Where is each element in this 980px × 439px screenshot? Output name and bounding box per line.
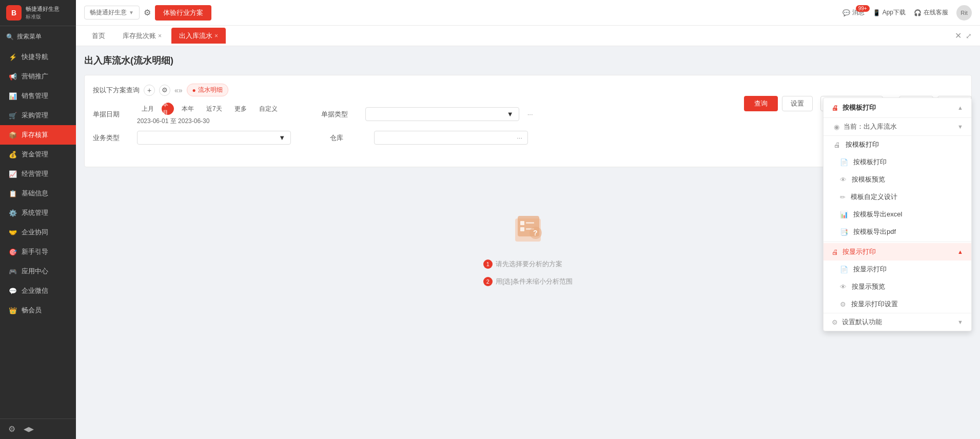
filter-collapse-icon[interactable]: «» bbox=[174, 86, 183, 94]
empty-step-2: 2 用[选]条件来缩小分析范围 bbox=[483, 275, 573, 288]
sidebar-item-purchase[interactable]: 🛒 采购管理 bbox=[0, 106, 76, 125]
collapse-sidebar-btn[interactable]: ◀▶ bbox=[24, 425, 34, 433]
step-2-text: 用[选]条件来缩小分析范围 bbox=[496, 275, 573, 288]
display-print-chevron-up[interactable]: ▲ bbox=[957, 249, 963, 255]
sidebar-item-wechat[interactable]: 💬 企业微信 bbox=[0, 281, 76, 301]
quick-nav-icon: ⚡ bbox=[8, 52, 17, 62]
print-dropdown-panel: 🖨 按模板打印 ▲ ◉ 当前：出入库流水 ▼ 🖨 bbox=[823, 97, 972, 331]
sidebar-item-finance[interactable]: 💰 资金管理 bbox=[0, 145, 76, 164]
settings-bottom-icon[interactable]: ⚙ bbox=[8, 424, 15, 434]
template-export-pdf-item[interactable]: 📑 按模板导出pdf bbox=[824, 223, 971, 241]
display-print-label: 按显示打印 bbox=[853, 265, 887, 274]
svg-rect-4 bbox=[520, 227, 524, 231]
sidebar-item-app-center[interactable]: 🎮 应用中心 bbox=[0, 262, 76, 281]
warehouse-select[interactable]: ··· bbox=[374, 131, 528, 145]
sidebar-search-area[interactable]: 🔍 搜索菜单 bbox=[0, 26, 76, 47]
tab-batch-account-close[interactable]: × bbox=[158, 32, 162, 39]
topbar-gear-icon[interactable]: ⚙ bbox=[144, 8, 151, 17]
tabs-close-all-btn[interactable]: ✕ bbox=[955, 31, 962, 41]
template-custom-item[interactable]: ✏ 模板自定义设计 bbox=[824, 188, 971, 206]
template-print-section-header[interactable]: 🖨 按模板打印 bbox=[824, 136, 971, 153]
tab-batch-account[interactable]: 库存批次账 × bbox=[115, 28, 169, 44]
shortcut-this-year[interactable]: 本年 bbox=[177, 103, 199, 115]
sidebar-item-operations[interactable]: 📈 经营管理 bbox=[0, 164, 76, 184]
dropdown-header-chevron-up[interactable]: ▲ bbox=[957, 105, 963, 111]
doc-type-select[interactable]: ▼ bbox=[365, 107, 519, 121]
sidebar-item-label: 库存核算 bbox=[22, 130, 48, 139]
main-area: 畅捷通好生意 ▼ ⚙ 体验行业方案 💬 消息 99+ 📱 App下载 🎧 在线客… bbox=[76, 0, 980, 439]
query-btn[interactable]: 查询 bbox=[744, 96, 778, 111]
biz-type-select[interactable]: ▼ bbox=[137, 131, 291, 145]
shortcut-custom[interactable]: 自定义 bbox=[254, 103, 282, 115]
current-chevron-down[interactable]: ▼ bbox=[957, 124, 963, 130]
sidebar-item-guide[interactable]: 🎯 新手引导 bbox=[0, 242, 76, 262]
display-preview-item[interactable]: 👁 按显示预览 bbox=[824, 278, 971, 295]
sidebar-item-inventory[interactable]: 📦 库存核算 bbox=[0, 125, 76, 145]
display-settings-icon: ⚙ bbox=[840, 301, 846, 308]
shortcut-this-month[interactable]: 本月 bbox=[162, 103, 174, 115]
tab-inout-flow[interactable]: 出入库流水 × bbox=[171, 28, 226, 44]
message-btn[interactable]: 💬 消息 99+ bbox=[842, 8, 865, 17]
display-preview-icon: 👁 bbox=[840, 283, 847, 291]
sidebar-item-collab[interactable]: 🤝 企业协同 bbox=[0, 223, 76, 242]
warehouse-label: 仓库 bbox=[330, 133, 366, 143]
filter-header: 按以下方案查询 + ⚙ «» ● 流水明细 bbox=[93, 84, 963, 96]
filter-add-btn[interactable]: + bbox=[144, 85, 155, 96]
shortcut-more[interactable]: 更多 bbox=[230, 103, 251, 115]
sidebar-item-base[interactable]: 📋 基础信息 bbox=[0, 184, 76, 203]
shortcut-recent-7[interactable]: 近7天 bbox=[202, 103, 227, 115]
shortcut-last-month[interactable]: 上月 bbox=[137, 103, 159, 115]
display-print-section-header[interactable]: 🖨 按显示打印 ▲ bbox=[824, 243, 971, 261]
footer-settings-icon: ⚙ bbox=[832, 318, 838, 326]
user-select-dropdown[interactable]: 畅捷通好生意 ▼ bbox=[84, 6, 140, 19]
settings-btn[interactable]: 设置 bbox=[782, 96, 813, 111]
display-print-item[interactable]: 📄 按显示打印 bbox=[824, 261, 971, 278]
sidebar-item-label: 快捷导航 bbox=[22, 52, 48, 62]
template-export-excel-item[interactable]: 📊 按模板导出excel bbox=[824, 206, 971, 223]
empty-text: 1 请先选择要分析的方案 2 用[选]条件来缩小分析范围 bbox=[483, 257, 573, 288]
app-download-btn[interactable]: 📱 App下载 bbox=[873, 8, 906, 17]
topbar-left: 畅捷通好生意 ▼ ⚙ 体验行业方案 bbox=[84, 5, 836, 21]
empty-icon: ? bbox=[507, 208, 548, 249]
message-icon: 💬 bbox=[842, 9, 850, 16]
page-title: 出入库流水(流水明细) bbox=[84, 54, 972, 67]
sidebar-bottom: ⚙ ◀▶ bbox=[0, 418, 76, 439]
warehouse-more-icon[interactable]: ··· bbox=[517, 134, 522, 142]
step-1-text: 请先选择要分析的方案 bbox=[496, 257, 562, 271]
topbar-right: 💬 消息 99+ 📱 App下载 🎧 在线客服 Rit bbox=[842, 5, 972, 21]
date-label: 单据日期 bbox=[93, 110, 129, 119]
display-print-section-title: 按显示打印 bbox=[842, 247, 876, 256]
doc-type-more-icon[interactable]: ··· bbox=[527, 110, 533, 118]
sidebar-item-member[interactable]: 👑 畅会员 bbox=[0, 301, 76, 320]
user-avatar[interactable]: Rit bbox=[956, 5, 972, 21]
tabs-bar: 首页 库存批次账 × 出入库流水 × ✕ ⤢ bbox=[76, 26, 980, 46]
display-print-settings-item[interactable]: ⚙ 按显示打印设置 bbox=[824, 295, 971, 313]
doc-type-label: 单据类型 bbox=[321, 110, 357, 119]
tab-home[interactable]: 首页 bbox=[84, 28, 113, 44]
sidebar-item-marketing[interactable]: 📢 营销推广 bbox=[0, 67, 76, 86]
template-preview-item[interactable]: 👁 按模板预览 bbox=[824, 171, 971, 188]
template-export-excel-label: 按模板导出excel bbox=[853, 210, 902, 219]
member-icon: 👑 bbox=[8, 306, 17, 315]
template-print-item[interactable]: 📄 按模板打印 bbox=[824, 153, 971, 171]
dropdown-footer[interactable]: ⚙ 设置默认功能 ▼ bbox=[824, 313, 971, 331]
trial-btn[interactable]: 体验行业方案 bbox=[155, 5, 211, 21]
tabs-expand-btn[interactable]: ⤢ bbox=[966, 32, 972, 40]
display-print-section: 🖨 按显示打印 ▲ 📄 按显示打印 👁 按显示预览 ⚙ bbox=[824, 243, 971, 313]
sidebar-item-quick-nav[interactable]: ⚡ 快捷导航 bbox=[0, 47, 76, 67]
filter-settings-btn[interactable]: ⚙ bbox=[159, 85, 170, 96]
step-1-num: 1 bbox=[483, 260, 493, 269]
sidebar-item-sales[interactable]: 📊 销售管理 bbox=[0, 86, 76, 106]
inventory-icon: 📦 bbox=[8, 130, 17, 139]
purchase-icon: 🛒 bbox=[8, 111, 17, 120]
filter-tag-item[interactable]: ● 流水明细 bbox=[187, 84, 228, 96]
tab-inout-flow-close[interactable]: × bbox=[214, 32, 218, 39]
search-menu-btn[interactable]: 🔍 搜索菜单 bbox=[6, 30, 70, 43]
sidebar-item-system[interactable]: ⚙️ 系统管理 bbox=[0, 203, 76, 223]
footer-content: ⚙ 设置默认功能 bbox=[832, 317, 882, 327]
online-service-btn[interactable]: 🎧 在线客服 bbox=[914, 8, 948, 17]
display-print-section-icon: 🖨 bbox=[832, 248, 838, 256]
message-badge: 99+ bbox=[856, 5, 870, 12]
tab-home-label: 首页 bbox=[92, 31, 105, 41]
current-label-area: ◉ 当前：出入库流水 bbox=[834, 122, 897, 131]
